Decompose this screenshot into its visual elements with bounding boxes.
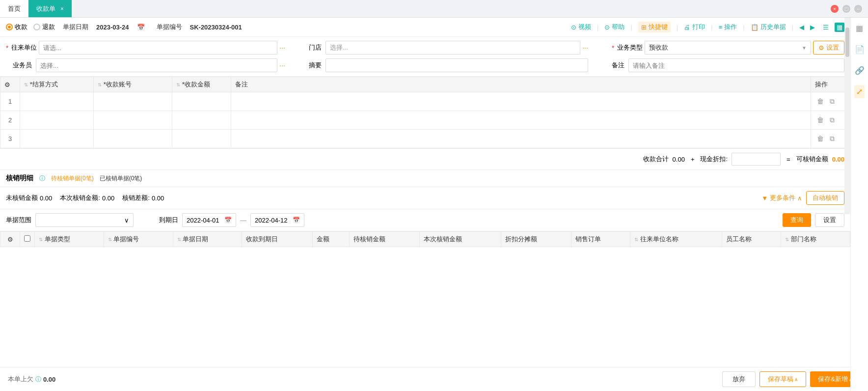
tab-home[interactable]: 首页 bbox=[0, 0, 28, 17]
ops-btn[interactable]: ≡ 操作 bbox=[719, 23, 737, 31]
abandon-button[interactable]: 放弃 bbox=[722, 371, 756, 387]
sidebar-doc-icon[interactable]: 📄 bbox=[853, 43, 867, 56]
date-label: 单据日期 bbox=[63, 23, 88, 31]
sidebar-link-icon[interactable]: 🔗 bbox=[853, 64, 867, 77]
settle-cell-1[interactable] bbox=[20, 92, 94, 111]
refund-radio[interactable]: 退款 bbox=[33, 23, 55, 31]
auto-clear-button[interactable]: 自动核销 bbox=[806, 191, 844, 205]
window-max-button[interactable]: □ bbox=[842, 5, 850, 13]
done-tab[interactable]: 已核销单据(0笔) bbox=[100, 174, 142, 183]
window-min-button[interactable]: − bbox=[854, 5, 862, 13]
layout-icon[interactable]: ☰ bbox=[823, 24, 829, 31]
summary-row: 收款合计 0.00 + 现金折扣: = 可核销金额 0.00 bbox=[0, 149, 850, 170]
biz-type-value: 预收款 bbox=[649, 43, 668, 52]
table-settings-icon[interactable]: ⚙ bbox=[0, 77, 20, 92]
range-select[interactable]: ∨ bbox=[35, 213, 134, 227]
net-label: 可核销金额 bbox=[796, 155, 828, 164]
settings-icon[interactable]: ⚙ bbox=[7, 236, 13, 243]
store-field: 门店 选择... ··· bbox=[309, 41, 588, 55]
amount-cell-2[interactable] bbox=[172, 111, 231, 130]
remark-label: 备注 bbox=[612, 61, 624, 70]
draft-button[interactable]: 保存草稿 ∧ bbox=[760, 371, 806, 387]
delete-icon[interactable]: 🗑 bbox=[817, 135, 824, 142]
check-all-checkbox[interactable] bbox=[24, 235, 30, 242]
filter-icon: ▼ bbox=[761, 195, 768, 202]
partner-more-icon[interactable]: ··· bbox=[279, 44, 285, 52]
col-amount-header: 金额 bbox=[312, 232, 349, 247]
copy-icon[interactable]: ⧉ bbox=[830, 116, 835, 124]
account-cell-1[interactable] bbox=[94, 92, 172, 111]
unclear-label: 未核销金额 bbox=[6, 194, 38, 202]
receipt-radio[interactable]: 收款 bbox=[6, 23, 27, 31]
col-amount-header: ⇅ *收款金额 bbox=[172, 77, 231, 92]
calendar-icon[interactable]: 📅 bbox=[137, 24, 145, 31]
copy-icon[interactable]: ⧉ bbox=[830, 97, 835, 105]
partner-label: 往来单位 bbox=[11, 43, 37, 52]
settle-cell-2[interactable] bbox=[20, 111, 94, 130]
delete-icon[interactable]: 🗑 bbox=[817, 116, 824, 124]
print-btn[interactable]: 🖨 打印 bbox=[684, 23, 705, 31]
amount-cell-3[interactable] bbox=[172, 130, 231, 148]
col-dept-name-header: ⇅ 部门名称 bbox=[781, 232, 850, 247]
help-btn[interactable]: ⊙ 帮助 bbox=[604, 23, 624, 31]
sort-icon: ⇅ bbox=[24, 82, 28, 87]
info-circle-icon: ⓘ bbox=[39, 174, 45, 183]
bottom-table-container: ⚙ ⇅ 单据类型 ⇅ 单据编号 ⇅ 单据日期 bbox=[0, 231, 850, 247]
account-cell-3[interactable] bbox=[94, 130, 172, 148]
partner-input[interactable] bbox=[39, 41, 277, 55]
sidebar-table-icon[interactable]: ▦ bbox=[854, 22, 865, 35]
diff-label: 核销差额: bbox=[122, 194, 150, 202]
summary-input[interactable] bbox=[326, 58, 588, 72]
remark-input[interactable] bbox=[628, 58, 844, 72]
query-button[interactable]: 查询 bbox=[783, 213, 811, 227]
footer-value: 0.00 bbox=[43, 376, 55, 383]
tab-receipt[interactable]: 收款单 × bbox=[28, 0, 72, 17]
form-row-1: * 往来单位 ··· 门店 选择... ··· * 业务类型 预收款 ▼ bbox=[6, 41, 844, 55]
nav-prev-icon[interactable]: ◀ bbox=[799, 24, 804, 31]
store-select[interactable]: 选择... bbox=[326, 41, 580, 55]
home-tab-label: 首页 bbox=[8, 4, 21, 13]
summary-label: 摘要 bbox=[309, 61, 322, 70]
staff-input[interactable] bbox=[36, 58, 277, 72]
date-to-input[interactable]: 2022-04-12 📅 bbox=[250, 213, 304, 227]
video-btn[interactable]: ⊙ 视频 bbox=[571, 23, 591, 31]
settings-button[interactable]: ⚙ 设置 bbox=[813, 41, 844, 55]
col-this-clear-header: 本次核销金额 bbox=[419, 232, 501, 247]
pending-tab[interactable]: 待核销单据(0笔) bbox=[51, 174, 94, 183]
store-more-icon[interactable]: ··· bbox=[582, 44, 588, 52]
note-cell-3[interactable] bbox=[231, 130, 811, 148]
shortcut-btn[interactable]: ⊞ 快捷键 bbox=[638, 22, 671, 32]
date-range-sep: — bbox=[240, 217, 246, 224]
filter-right: 查询 设置 bbox=[783, 213, 844, 227]
sidebar-expand-icon[interactable]: ⤢ bbox=[854, 85, 865, 98]
scrollbar-thumb[interactable] bbox=[845, 28, 849, 57]
biz-type-field: * 业务类型 预收款 ▼ ⚙ 设置 bbox=[612, 41, 844, 55]
scrollbar[interactable] bbox=[844, 18, 850, 214]
discount-input[interactable] bbox=[732, 153, 781, 166]
staff-more-icon[interactable]: ··· bbox=[279, 61, 285, 69]
date-from-input[interactable]: 2022-04-01 📅 bbox=[182, 213, 236, 227]
col-staff-name-header: 员工名称 bbox=[722, 232, 781, 247]
close-icon[interactable]: × bbox=[60, 5, 64, 12]
note-cell-1[interactable] bbox=[231, 92, 811, 111]
stats-row: 未核销金额 0.00 本次核销金额: 0.00 核销差额: 0.00 ▼ 更多条… bbox=[0, 187, 850, 209]
more-conditions-btn[interactable]: ▼ 更多条件 ∧ bbox=[761, 194, 802, 202]
grid-icon[interactable]: ▦ bbox=[835, 23, 844, 32]
delete-icon[interactable]: 🗑 bbox=[817, 97, 824, 105]
chevron-up-icon: ∧ bbox=[797, 195, 802, 202]
history-btn[interactable]: 📋 历史单据 bbox=[751, 23, 786, 31]
copy-icon[interactable]: ⧉ bbox=[830, 135, 835, 142]
col-discount-header: 折扣分摊额 bbox=[501, 232, 571, 247]
nav-next-icon[interactable]: ▶ bbox=[810, 24, 815, 31]
col-doc-no-header: ⇅ 单据编号 bbox=[104, 232, 173, 247]
ops-icon: ≡ bbox=[719, 24, 723, 31]
account-cell-2[interactable] bbox=[94, 111, 172, 130]
setting-button-2[interactable]: 设置 bbox=[815, 213, 844, 227]
biz-type-select[interactable]: 预收款 ▼ bbox=[645, 41, 811, 55]
col-due-date-header: 收款到期日 bbox=[242, 232, 312, 247]
unclear-value: 0.00 bbox=[40, 195, 52, 202]
settle-cell-3[interactable] bbox=[20, 130, 94, 148]
amount-cell-1[interactable] bbox=[172, 92, 231, 111]
note-cell-2[interactable] bbox=[231, 111, 811, 130]
window-close-button[interactable]: × bbox=[831, 5, 839, 13]
